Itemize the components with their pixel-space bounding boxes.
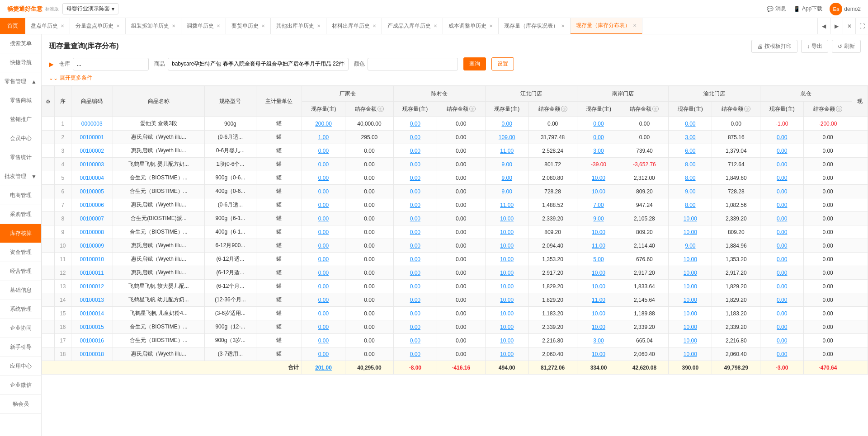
td-c-qty[interactable]: 0.00 [393, 266, 437, 280]
td-na-qty[interactable]: 10.00 [577, 225, 620, 239]
td-na-qty[interactable]: 9.00 [577, 212, 620, 225]
tab-pandian[interactable]: 盘点单历史 ✕ [25, 18, 70, 34]
td-c-qty[interactable]: 0.00 [393, 239, 437, 253]
jb-amt-info-icon[interactable]: ① [561, 106, 567, 112]
tab-fenpandian-close[interactable]: ✕ [116, 23, 120, 28]
t-amt-info-icon[interactable]: ① [836, 106, 842, 112]
td-code[interactable]: 00100012 [71, 280, 113, 293]
td-na-qty[interactable]: 10.00 [577, 307, 620, 320]
tab-cailiao[interactable]: 材料出库单历史 ✕ [326, 18, 382, 34]
goods-input[interactable] [168, 58, 349, 70]
store-selector[interactable]: 母婴行业演示陈套 ▾ [62, 3, 118, 14]
td-yb-qty[interactable]: 10.00 [669, 253, 712, 266]
td-f-qty[interactable]: 0.00 [302, 198, 345, 212]
td-yb-qty[interactable]: 10.00 [669, 307, 712, 320]
sidebar-item-app[interactable]: 应用中心 [0, 357, 41, 376]
td-na-qty[interactable]: 11.00 [577, 293, 620, 307]
td-f-qty[interactable]: 1.00 [302, 131, 345, 144]
td-na-qty[interactable]: 3.00 [577, 144, 620, 158]
tab-kucun-zhuang-close[interactable]: ✕ [561, 23, 565, 28]
td-jb-qty[interactable]: 10.00 [485, 293, 528, 307]
td-yb-qty[interactable]: 10.00 [669, 347, 712, 361]
tab-qitachu[interactable]: 其他出库单历史 ✕ [271, 18, 326, 34]
app-download-btn[interactable]: 📱 App下载 [793, 5, 822, 13]
td-f-qty[interactable]: 0.00 [302, 158, 345, 171]
td-c-qty[interactable]: 0.00 [393, 158, 437, 171]
td-jb-qty[interactable]: 10.00 [485, 334, 528, 347]
td-yb-qty[interactable]: 8.00 [669, 158, 712, 171]
td-f-qty[interactable]: 0.00 [302, 320, 345, 334]
td-f-qty[interactable]: 0.00 [302, 185, 345, 198]
warehouse-input[interactable] [73, 58, 149, 70]
td-t-qty[interactable]: 0.00 [760, 307, 804, 320]
td-code[interactable]: 00100008 [71, 225, 113, 239]
td-t-qty[interactable]: 0.00 [760, 320, 804, 334]
sidebar-item-search[interactable]: 搜索英单 [0, 34, 41, 53]
td-jb-qty[interactable]: 10.00 [485, 347, 528, 361]
td-code[interactable]: 00100014 [71, 307, 113, 320]
td-jb-qty[interactable]: 10.00 [485, 307, 528, 320]
tab-yaohuo-close[interactable]: ✕ [261, 23, 265, 28]
td-t-qty[interactable]: 0.00 [760, 253, 804, 266]
td-na-qty[interactable]: 5.00 [577, 253, 620, 266]
td-code[interactable]: 00100015 [71, 320, 113, 334]
td-t-qty[interactable]: 0.00 [760, 171, 804, 185]
sidebar-item-mall[interactable]: 零售商城 [0, 91, 41, 110]
td-na-qty[interactable]: 10.00 [577, 185, 620, 198]
td-f-qty[interactable]: 0.00 [302, 239, 345, 253]
tab-kucun-zhuang[interactable]: 现存量（库存状况表） ✕ [499, 18, 571, 34]
tab-zuzhangchai-close[interactable]: ✕ [172, 23, 175, 28]
td-c-qty[interactable]: 0.00 [393, 144, 437, 158]
td-na-qty[interactable]: 3.00 [577, 334, 620, 347]
td-f-qty[interactable]: 200.00 [302, 117, 345, 131]
sidebar-item-guide[interactable]: 新手引导 [0, 338, 41, 357]
td-t-qty[interactable]: 0.00 [760, 280, 804, 293]
td-yb-qty[interactable]: 10.00 [669, 212, 712, 225]
td-code[interactable]: 00100016 [71, 334, 113, 347]
sidebar-item-changhui[interactable]: 畅会员 [0, 395, 41, 414]
td-c-qty[interactable]: 0.00 [393, 293, 437, 307]
sidebar-item-basic[interactable]: 基础信息 [0, 281, 41, 300]
td-yb-qty[interactable]: 0.00 [669, 117, 712, 131]
tab-diaobou-close[interactable]: ✕ [217, 23, 220, 28]
td-t-qty[interactable]: 0.00 [760, 144, 804, 158]
tab-qitachu-close[interactable]: ✕ [317, 23, 321, 28]
td-f-qty[interactable]: 0.00 [302, 293, 345, 307]
setting-btn[interactable]: 设置 [491, 57, 514, 70]
td-jb-qty[interactable]: 11.00 [485, 198, 528, 212]
td-c-qty[interactable]: 0.00 [393, 198, 437, 212]
td-yb-qty[interactable]: 10.00 [669, 293, 712, 307]
td-t-qty[interactable]: 0.00 [760, 347, 804, 361]
td-jb-qty[interactable]: 9.00 [485, 185, 528, 198]
sidebar-item-retail[interactable]: 零售管理 ▲ [0, 72, 41, 91]
td-yb-qty[interactable]: 6.00 [669, 144, 712, 158]
td-jb-qty[interactable]: 109.00 [485, 131, 528, 144]
td-t-qty[interactable]: 0.00 [760, 198, 804, 212]
sidebar-item-inventory[interactable]: 库存核算 [0, 224, 41, 243]
td-c-qty[interactable]: 0.00 [393, 117, 437, 131]
td-f-qty[interactable]: 0.00 [302, 253, 345, 266]
td-yb-qty[interactable]: 10.00 [669, 334, 712, 347]
sidebar-item-ecom[interactable]: 电商管理 [0, 186, 41, 205]
td-jb-qty[interactable]: 10.00 [485, 253, 528, 266]
query-btn[interactable]: 查询 [463, 57, 486, 70]
message-btn[interactable]: 💬 消息 [767, 5, 786, 13]
td-yb-qty[interactable]: 9.00 [669, 185, 712, 198]
td-code[interactable]: 00100003 [71, 158, 113, 171]
td-code[interactable]: 00100002 [71, 144, 113, 158]
td-code[interactable]: 00100005 [71, 185, 113, 198]
td-yb-qty[interactable]: 10.00 [669, 280, 712, 293]
sidebar-item-wholesale[interactable]: 批发管理 ▼ [0, 167, 41, 186]
td-na-qty[interactable]: -39.00 [577, 158, 620, 171]
td-na-qty[interactable]: 0.00 [577, 117, 620, 131]
tab-chancheng[interactable]: 产成品入库单历史 ✕ [382, 18, 443, 34]
td-code[interactable]: 00100007 [71, 212, 113, 225]
td-na-qty[interactable]: 11.00 [577, 239, 620, 253]
user-area[interactable]: Ea demo2 [830, 3, 861, 15]
sidebar-item-wechat[interactable]: 企业微信 [0, 376, 41, 395]
tab-pandian-close[interactable]: ✕ [61, 23, 64, 28]
td-t-qty[interactable]: 0.00 [760, 158, 804, 171]
td-c-qty[interactable]: 0.00 [393, 334, 437, 347]
td-f-qty[interactable]: 0.00 [302, 266, 345, 280]
td-jb-qty[interactable]: 10.00 [485, 266, 528, 280]
